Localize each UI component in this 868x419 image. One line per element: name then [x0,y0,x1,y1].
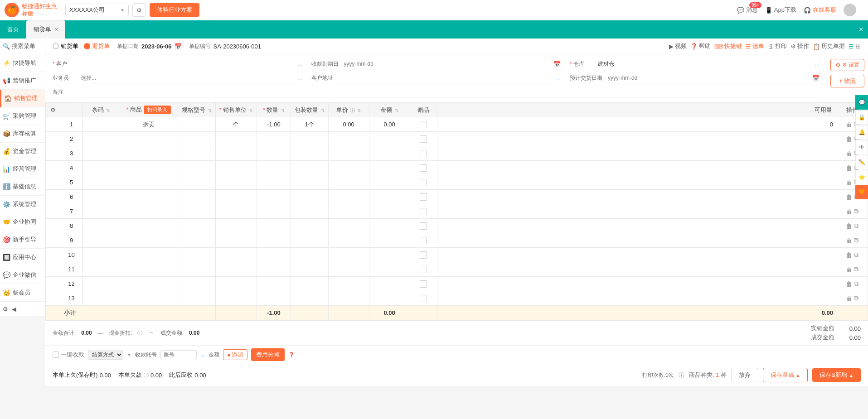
row-1-delete-icon[interactable]: 🗑 [846,121,852,128]
warehouse-input[interactable] [595,59,812,69]
amount-sort-icon[interactable]: ⇅ [395,108,398,113]
delete-icon[interactable]: 🗑 [846,164,852,172]
radio-sale[interactable]: 销货单 [53,42,78,50]
delete-icon[interactable]: 🗑 [846,135,852,143]
rfloat-btn-2[interactable]: 🔒 [855,110,868,125]
unit-sort-icon[interactable]: ⇅ [249,108,253,113]
row-gift[interactable] [420,295,427,302]
sidebar-item-member[interactable]: 👑 畅会员 [0,284,45,302]
settings-button[interactable]: ⚙ [132,3,146,17]
delete-icon[interactable]: 🗑 [846,266,852,273]
sidebar-collapse-icon[interactable]: ◀ [12,306,16,313]
sidebar-settings-icon[interactable]: ⚙ [3,306,8,313]
row-1-spec[interactable] [178,117,216,132]
row-gift[interactable] [420,237,427,244]
row-gift[interactable] [420,222,427,230]
row-1-amount[interactable]: 0.00 [369,117,410,132]
message-button[interactable]: 💬 消息 99+ [737,6,758,14]
add-payment-button[interactable]: ● 添加 [223,349,247,360]
row-gift[interactable] [420,150,427,157]
customer-input[interactable] [78,59,295,69]
row-gift[interactable] [420,280,427,288]
print-button[interactable]: 🖨 打印 [768,42,787,50]
delete-icon[interactable]: 🗑 [846,251,852,259]
spec-sort-icon[interactable]: ⇅ [208,108,212,113]
sidebar-item-sales[interactable]: 🏠 销售管理 [0,90,45,107]
account-more-icon[interactable]: ... [200,352,205,358]
account-input[interactable] [160,350,197,359]
avatar[interactable] [844,4,856,16]
tab-sales-order[interactable]: 销货单 × [26,20,65,39]
remark-input[interactable] [78,87,820,97]
close-tab-icon[interactable]: × [55,26,58,33]
one-key-pay-checkbox[interactable] [53,352,59,358]
product-type-info-icon[interactable]: ⓘ [679,371,684,379]
sidebar-item-enterprise[interactable]: 🤝 企业协同 [0,213,45,231]
sidebar-item-finance[interactable]: 💰 资金管理 [0,143,45,160]
sidebar-item-purchase[interactable]: 🛒 采购管理 [0,107,45,125]
copy-icon[interactable]: ⧉ [854,294,858,302]
col-settings-icon[interactable]: ⚙ [50,106,56,113]
expense-help-icon[interactable]: ❓ [288,352,295,358]
salesperson-more-icon[interactable]: ... [298,75,302,82]
packqty-sort-icon[interactable]: ⇅ [321,108,325,113]
row-1-price[interactable]: 0.00 [328,117,369,132]
barcode-sort-icon[interactable]: ⇅ [106,108,110,113]
save-draft-button[interactable]: 保存草稿 ▲ [763,368,808,382]
sidebar-item-quick-nav[interactable]: ⚡ 快捷导航 [0,54,45,72]
row-1-gift-checkbox[interactable] [420,121,427,128]
due-date-calendar-icon[interactable]: 📅 [553,61,561,67]
delete-icon[interactable]: 🗑 [846,222,852,230]
close-all-button[interactable]: × [858,25,863,34]
save-new-button[interactable]: 保存&新增 ▲ [812,368,861,382]
sidebar-item-basic[interactable]: ℹ️ 基础信息 [0,178,45,196]
delete-icon[interactable]: 🗑 [846,179,852,186]
video-button[interactable]: ▶ 视频 [669,42,687,50]
total-owe-info-icon[interactable]: ⓘ [144,372,149,379]
shortcut-button[interactable]: ⌨ 快捷键 [714,42,742,50]
expected-date-calendar-icon[interactable]: 📅 [812,75,820,82]
rfloat-btn-7[interactable]: 🧡 [855,185,868,199]
sidebar-item-wechat[interactable]: 💬 企业微信 [0,266,45,284]
salesperson-input[interactable] [78,73,295,83]
rfloat-btn-6[interactable]: ⭐ [855,170,868,184]
rfloat-btn-1[interactable]: 💬 [855,95,868,110]
delete-icon[interactable]: 🗑 [846,193,852,201]
row-gift[interactable] [420,266,427,273]
warehouse-more-icon[interactable]: ... [815,61,820,67]
row-gift[interactable] [420,164,427,172]
copy-icon[interactable]: ⧉ [854,222,858,230]
layout-grid-icon[interactable]: ⊞ [856,43,861,50]
form-settings-button[interactable]: ⚙ ⚙ 设置 [830,59,864,71]
row-1-unit[interactable]: 个 [215,117,257,132]
qty-sort-icon[interactable]: ⇅ [281,108,285,113]
one-key-pay[interactable]: 一键收款 [53,351,84,359]
row-gift[interactable] [420,193,427,201]
price-sort-icon[interactable]: ⇅ [357,108,361,113]
scan-button[interactable]: 扫码录入 [144,106,171,114]
settlement-method-select[interactable]: 结算方式 [88,350,123,360]
rfloat-btn-5[interactable]: ✏️ [855,155,868,169]
sidebar-item-system[interactable]: ⚙️ 系统管理 [0,196,45,213]
delete-icon[interactable]: 🗑 [846,280,852,288]
copy-icon[interactable]: ⧉ [854,236,858,244]
customer-more-icon[interactable]: ... [298,61,302,67]
delete-icon[interactable]: 🗑 [846,295,852,302]
sidebar-item-inventory[interactable]: 📦 库存核算 [0,125,45,143]
sidebar-search[interactable]: 🔍 搜索菜单 [0,39,45,54]
trial-button[interactable]: 体验行业方案 [150,3,199,17]
expected-date-input[interactable] [605,73,810,83]
row-gift[interactable] [420,179,427,186]
expense-split-button[interactable]: 费用分摊 [251,348,285,361]
company-selector[interactable]: XXXXXX公司 ▼ [65,4,129,16]
radio-return[interactable]: 退货单 [84,42,110,50]
rfloat-btn-3[interactable]: 🔔 [855,125,868,140]
price-info-icon[interactable]: ⓘ [350,107,355,113]
history-button[interactable]: 📋 历史单据 [813,42,845,50]
row-1-barcode[interactable] [83,117,119,132]
copy-icon[interactable]: ⧉ [854,251,858,259]
form-logistics-button[interactable]: + 物流 [830,75,864,87]
customer-addr-more-icon[interactable]: ... [556,75,561,82]
discount-info-icon[interactable]: ⓘ [137,330,142,337]
table-scroll[interactable]: ⚙ 条码 ⇅ 商品 扫码录入 [45,102,868,320]
